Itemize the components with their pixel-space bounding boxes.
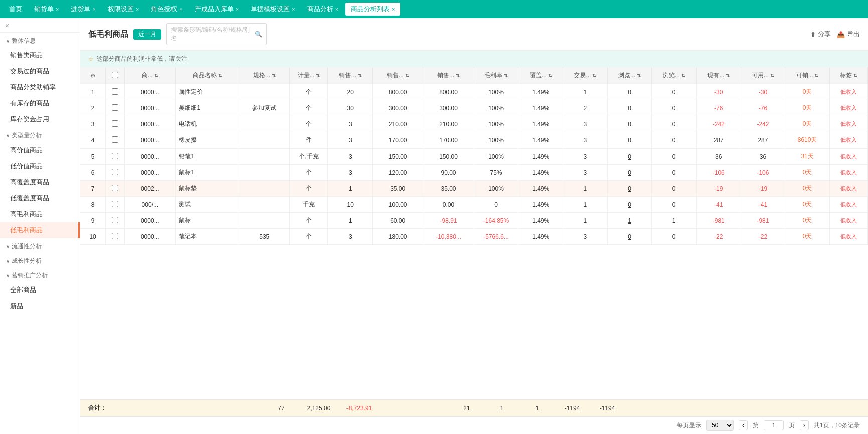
nav-item-权限设置[interactable]: 权限设置× [103,3,144,16]
row-checkbox[interactable] [106,197,125,213]
next-page-button[interactable]: › [800,420,809,430]
row-browse1[interactable]: 0 [607,132,652,149]
col-sort-trade[interactable]: 交易... [574,72,591,79]
nav-close-icon[interactable]: × [136,6,139,12]
sidebar-item-销售类商品[interactable]: 销售类商品 [0,47,80,63]
current-page-input[interactable] [764,420,784,430]
nav-item-首页[interactable]: 首页 [4,3,27,16]
nav-close-icon[interactable]: × [335,6,338,12]
nav-close-icon[interactable]: × [179,6,182,12]
row-browse1[interactable]: 1 [607,213,652,229]
col-sort-grossRate[interactable]: 毛利率 [484,72,502,79]
sidebar-item-低覆盖度商品[interactable]: 低覆盖度商品 [0,190,80,206]
nav-close-icon[interactable]: × [292,6,295,12]
sidebar-item-低毛利商品[interactable]: 低毛利商品 [0,222,80,238]
search-icon[interactable]: 🔍 [255,31,262,38]
sidebar-group-营销推广分析[interactable]: ∨ 营销推广分析 [0,267,80,282]
row-checkbox[interactable] [106,213,125,229]
row-browse1[interactable]: 0 [607,229,652,245]
col-sort-saleAmount[interactable]: 销售... [387,72,404,79]
row-checkbox[interactable] [106,229,125,245]
row-browse1[interactable]: 0 [607,149,652,165]
sidebar-item-商品分类助销率[interactable]: 商品分类助销率 [0,79,80,95]
row-tag[interactable]: 低收入 [829,132,867,149]
sidebar-group-流通性分析[interactable]: ∨ 流通性分析 [0,238,80,253]
row-tag[interactable]: 低收入 [829,181,867,197]
row-checkbox[interactable] [106,149,125,165]
row-checkbox[interactable] [106,100,125,116]
col-sort-name[interactable]: 商品名称 [193,72,217,79]
row-trade: 1 [563,197,607,213]
share-button[interactable]: ⬆ 分享 [810,30,831,39]
nav-item-销货单[interactable]: 销货单× [29,3,64,16]
sidebar-item-高价值商品[interactable]: 高价值商品 [0,142,80,158]
sidebar-item-库存资金占用[interactable]: 库存资金占用 [0,111,80,127]
col-sort-coverage[interactable]: 覆盖... [530,72,547,79]
col-sort-current[interactable]: 现有... [707,72,724,79]
row-checkbox[interactable] [106,116,125,132]
th-settings[interactable]: ⚙ [80,67,106,84]
row-sale-profit: 0.00 [423,197,474,213]
sidebar-item-低价值商品[interactable]: 低价值商品 [0,158,80,174]
nav-item-商品分析[interactable]: 商品分析× [302,3,343,16]
select-all-checkbox[interactable] [112,72,118,78]
row-tag[interactable]: 低收入 [829,213,867,229]
sidebar-item-高毛利商品[interactable]: 高毛利商品 [0,206,80,222]
nav-close-icon[interactable]: × [56,6,59,12]
nav-item-进货单[interactable]: 进货单× [66,3,100,16]
row-checkbox[interactable] [106,132,125,149]
search-input[interactable]: 搜索条形码/编码/名称/规格/别名 [171,26,251,43]
sidebar-item-交易过的商品[interactable]: 交易过的商品 [0,63,80,79]
sidebar-item-有库存的商品[interactable]: 有库存的商品 [0,95,80,111]
row-browse1[interactable]: 0 [607,84,652,100]
col-sort-browse1[interactable]: 浏览... [618,72,635,79]
row-browse1[interactable]: 0 [607,165,652,181]
row-browse1[interactable]: 0 [607,181,652,197]
row-tag[interactable]: 低收入 [829,229,867,245]
page-size-select[interactable]: 50 20 100 [706,420,734,431]
row-tag[interactable]: 低收入 [829,100,867,116]
nav-close-icon[interactable]: × [236,6,239,12]
row-browse1[interactable]: 0 [607,116,652,132]
nav-close-icon[interactable]: × [92,6,95,12]
col-sort-code[interactable]: 商... [142,72,153,79]
sidebar-item-高覆盖度商品[interactable]: 高覆盖度商品 [0,174,80,190]
sidebar-item-新品[interactable]: 新品 [0,298,80,314]
total-label: 合计： [88,404,239,412]
sidebar-group-整体信息[interactable]: ∨ 整体信息 [0,33,80,47]
col-sort-saleable[interactable]: 可销... [796,72,813,79]
nav-item-角色授权[interactable]: 角色授权× [146,3,187,16]
sidebar-group-成长性分析[interactable]: ∨ 成长性分析 [0,253,80,267]
nav-item-产成品入库单[interactable]: 产成品入库单× [190,3,244,16]
time-tag-button[interactable]: 近一月 [133,29,161,40]
row-tag[interactable]: 低收入 [829,149,867,165]
search-box[interactable]: 搜索条形码/编码/名称/规格/别名 🔍 [166,23,267,45]
row-browse1[interactable]: 0 [607,197,652,213]
row-checkbox[interactable] [106,84,125,100]
sidebar-item-全部商品[interactable]: 全部商品 [0,282,80,298]
row-checkbox[interactable] [106,181,125,197]
col-sort-saleQty[interactable]: 销售... [339,72,356,79]
row-tag[interactable]: 低收入 [829,84,867,100]
sidebar-collapse-icon[interactable]: « [5,21,9,29]
settings-icon[interactable]: ⚙ [90,72,96,79]
col-sort-browse2[interactable]: 浏览... [663,72,680,79]
row-tag[interactable]: 低收入 [829,165,867,181]
col-sort-available[interactable]: 可用... [752,72,769,79]
col-sort-unit[interactable]: 计量... [298,72,315,79]
th-checkbox[interactable] [106,67,125,84]
row-checkbox[interactable] [106,165,125,181]
export-button[interactable]: 📤 导出 [837,30,860,39]
nav-item-单据模板设置[interactable]: 单据模板设置× [246,3,300,16]
col-sort-saleProfit[interactable]: 销售... [437,72,454,79]
row-tag[interactable]: 低收入 [829,116,867,132]
nav-item-商品分析列表[interactable]: 商品分析列表× [345,3,400,16]
nav-close-icon[interactable]: × [392,6,395,12]
table-wrapper[interactable]: ⚙商... ⇅商品名称 ⇅规格... ⇅计量... ⇅销售... ⇅销售... … [80,67,868,399]
col-sort-spec[interactable]: 规格... [253,72,270,79]
prev-page-button[interactable]: ‹ [739,420,748,430]
col-sort-tag[interactable]: 标签 [840,72,852,79]
row-tag[interactable]: 低收入 [829,197,867,213]
row-browse1[interactable]: 0 [607,100,652,116]
sidebar-group-类型量分析[interactable]: ∨ 类型量分析 [0,127,80,142]
